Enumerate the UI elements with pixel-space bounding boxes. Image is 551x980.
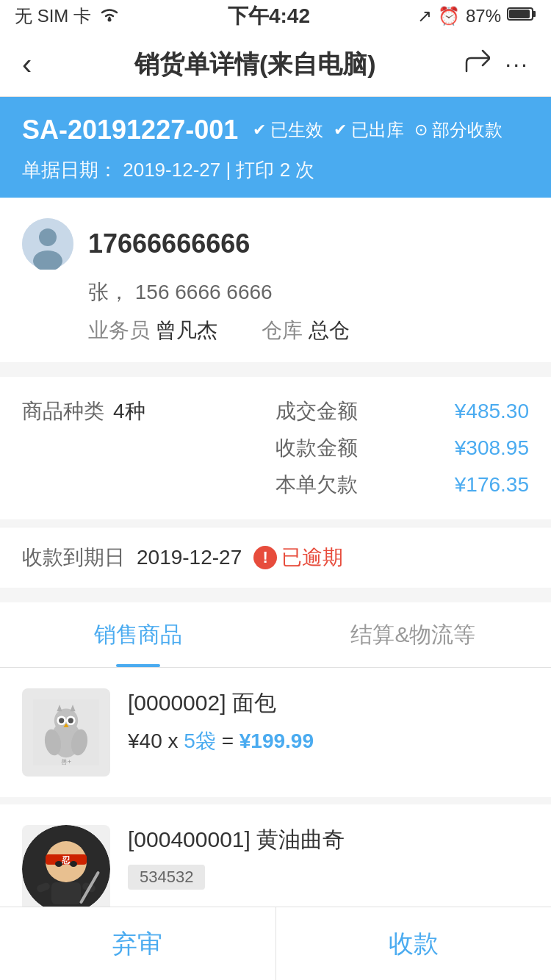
print-unit: 次	[295, 159, 314, 181]
check-icon-shipped: ✔	[334, 120, 347, 140]
customer-row: 17666666666	[22, 218, 529, 270]
order-id: SA-20191227-001	[22, 115, 238, 145]
price-qty-1: 5袋	[184, 729, 216, 752]
product-image-1: 兽+	[22, 688, 110, 777]
svg-point-5	[39, 228, 57, 246]
wifi-icon	[98, 6, 120, 26]
banner-date-row: 单据日期： 2019-12-27 | 打印 2 次	[22, 157, 529, 183]
overdue-warning-icon: !	[253, 546, 277, 569]
product-image-2: 忍	[22, 825, 110, 913]
customer-section: 17666666666 张， 156 6666 6666 业务员 曾凡杰 仓库 …	[0, 198, 551, 362]
nav-actions: ···	[464, 48, 529, 81]
deal-amount-row: 成交金额 ¥485.30	[276, 397, 529, 425]
print-label: 打印	[236, 159, 274, 181]
table-row: 兽+ [0000002] 面包 ¥40 x 5袋 = ¥199.99	[0, 668, 551, 797]
status-partial-label: 部分收款	[432, 118, 503, 142]
svg-point-0	[108, 18, 112, 22]
due-date-label: 收款到期日	[22, 544, 125, 572]
price-base-1: ¥40 x	[128, 729, 184, 752]
alarm-icon: ⏰	[438, 6, 460, 26]
svg-rect-3	[509, 10, 530, 18]
header-banner: SA-20191227-001 ✔ 已生效 ✔ 已出库 ⊙ 部分收款 单据日期：…	[0, 97, 551, 198]
product-title-1: 面包	[232, 691, 276, 715]
deal-amount-value: ¥485.30	[455, 400, 529, 423]
status-bar: 无 SIM 卡 下午4:42 ↗ ⏰ 87%	[0, 0, 551, 32]
tab-settlement[interactable]: 结算&物流等	[276, 602, 551, 667]
product-info-1: [0000002] 面包 ¥40 x 5袋 = ¥199.99	[128, 688, 529, 755]
customer-phone: 156 6666 6666	[135, 281, 273, 303]
customer-meta: 业务员 曾凡杰 仓库 总仓	[22, 317, 529, 345]
sales-rep-label: 业务员	[88, 317, 150, 345]
svg-point-25	[70, 861, 77, 867]
nav-bar: ‹ 销货单详情(来自电脑) ···	[0, 32, 551, 97]
svg-rect-26	[51, 882, 81, 904]
customer-name: 张，	[88, 281, 129, 303]
collect-payment-button[interactable]: 收款	[276, 907, 552, 980]
due-date-section: 收款到期日 2019-12-27 ! 已逾期	[0, 527, 551, 588]
more-icon[interactable]: ···	[505, 51, 529, 78]
tab-settlement-label: 结算&物流等	[350, 620, 475, 650]
banner-row1: SA-20191227-001 ✔ 已生效 ✔ 已出库 ⊙ 部分收款	[22, 115, 529, 145]
price-total-1: ¥199.99	[240, 729, 314, 752]
price-eq-1: =	[222, 729, 240, 752]
product-sku-row: 534532	[128, 864, 529, 898]
tabs-section: 销售商品 结算&物流等	[0, 602, 551, 668]
sales-rep-value: 曾凡杰	[156, 317, 217, 345]
due-date-value: 2019-12-27	[137, 546, 242, 569]
product-types-count: 4种	[113, 397, 145, 425]
overdue-text: 已逾期	[281, 544, 343, 572]
product-code-1: [0000002]	[128, 691, 226, 715]
owed-row: 本单欠款 ¥176.35	[276, 471, 529, 499]
product-thumb-1: 兽+	[22, 688, 110, 777]
stats-right: 成交金额 ¥485.30 收款金额 ¥308.95 本单欠款 ¥176.35	[276, 397, 529, 499]
location-icon: ↗	[417, 6, 432, 26]
divider-2	[0, 595, 551, 602]
svg-point-14	[59, 718, 64, 723]
deal-amount-label: 成交金额	[276, 397, 358, 425]
page-title: 销货单详情(来自电脑)	[46, 48, 464, 82]
collected-label: 收款金额	[276, 434, 358, 462]
tabs-row: 销售商品 结算&物流等	[0, 602, 551, 668]
collected-row: 收款金额 ¥308.95	[276, 434, 529, 462]
check-icon-effective: ✔	[253, 120, 266, 140]
customer-detail: 张， 156 6666 6666	[22, 278, 529, 306]
status-time: 下午4:42	[228, 2, 310, 30]
cancel-review-label: 弃审	[112, 927, 162, 961]
stats-left: 商品种类 4种	[22, 397, 276, 425]
back-button[interactable]: ‹	[22, 48, 46, 81]
status-tag-effective: ✔ 已生效	[253, 118, 323, 142]
divider-1	[0, 370, 551, 377]
product-price-1: ¥40 x 5袋 = ¥199.99	[128, 727, 529, 755]
warehouse-label: 仓库	[262, 317, 303, 345]
warehouse-value: 总仓	[309, 317, 350, 345]
status-tag-partial: ⊙ 部分收款	[414, 118, 503, 142]
overdue-badge: ! 已逾期	[253, 544, 343, 572]
print-count: 2	[280, 159, 290, 181]
product-types-label: 商品种类	[22, 397, 104, 425]
share-icon[interactable]	[464, 48, 490, 81]
header-date: 2019-12-27	[123, 159, 220, 181]
avatar	[22, 218, 73, 270]
collect-payment-label: 收款	[389, 927, 439, 961]
product-name-1: [0000002] 面包	[128, 688, 529, 718]
status-effective-label: 已生效	[270, 118, 323, 142]
status-right: ↗ ⏰ 87%	[417, 6, 536, 26]
product-name-2: [000400001] 黄油曲奇	[128, 825, 529, 855]
owed-label: 本单欠款	[276, 471, 358, 499]
tab-sales-label: 销售商品	[94, 620, 182, 650]
svg-text:忍: 忍	[61, 855, 71, 865]
sim-status: 无 SIM 卡	[15, 4, 91, 28]
status-tag-shipped: ✔ 已出库	[334, 118, 404, 142]
cancel-review-button[interactable]: 弃审	[0, 907, 276, 980]
status-tags: ✔ 已生效 ✔ 已出库 ⊙ 部分收款	[253, 118, 503, 142]
status-shipped-label: 已出库	[351, 118, 404, 142]
svg-text:兽+: 兽+	[61, 758, 71, 765]
product-types-item: 商品种类 4种	[22, 397, 276, 425]
battery-level: 87%	[466, 6, 501, 26]
stats-section: 商品种类 4种 成交金额 ¥485.30 收款金额 ¥308.95 本单欠款 ¥…	[0, 377, 551, 519]
collected-value: ¥308.95	[455, 436, 529, 460]
owed-value: ¥176.35	[455, 473, 529, 497]
svg-point-24	[55, 861, 62, 867]
tab-sales-products[interactable]: 销售商品	[0, 602, 276, 667]
product-code-2: [000400001]	[128, 827, 251, 851]
